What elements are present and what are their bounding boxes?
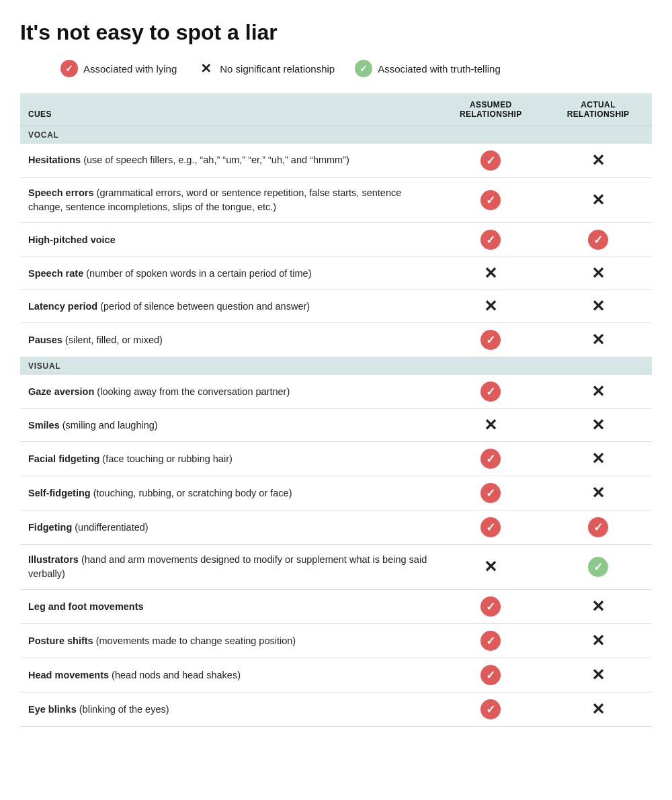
cue-cell-pauses: Pauses (silent, filled, or mixed) <box>20 323 437 357</box>
cue-cell-illustrators: Illustrators (hand and arm movements des… <box>20 545 437 590</box>
assumed-cell-posture-shifts: ✓ <box>437 624 544 658</box>
x-black-symbol: ✕ <box>484 264 497 283</box>
check-green-symbol: ✓ <box>588 557 608 577</box>
check-red-symbol: ✓ <box>480 230 501 250</box>
cue-cell-posture-shifts: Posture shifts (movements made to change… <box>20 624 437 658</box>
legend-label-truth: Associated with truth-telling <box>378 63 501 75</box>
legend: ✓ Associated with lying ✕ No significant… <box>20 60 652 77</box>
x-black-symbol: ✕ <box>484 416 497 435</box>
check-red-symbol: ✓ <box>588 230 608 250</box>
cue-cell-hesitations: Hesitations (use of speech fillers, e.g.… <box>20 144 437 178</box>
table-row: Leg and foot movements✓✕ <box>20 590 652 624</box>
table-row: Fidgeting (undifferentiated)✓✓ <box>20 510 652 545</box>
assumed-cell-facial-fidgeting: ✓ <box>437 442 544 476</box>
main-table: CUES ASSUMED RELATIONSHIP ACTUAL RELATIO… <box>20 93 652 727</box>
check-green-icon: ✓ <box>355 60 372 77</box>
cue-cell-eye-blinks: Eye blinks (blinking of the eyes) <box>20 693 437 727</box>
table-row: Facial fidgeting (face touching or rubbi… <box>20 442 652 476</box>
table-row: Eye blinks (blinking of the eyes)✓✕ <box>20 693 652 727</box>
actual-cell-pauses: ✕ <box>544 323 652 357</box>
check-red-symbol: ✓ <box>480 190 501 210</box>
x-black-symbol: ✕ <box>591 264 605 283</box>
table-row: Head movements (head nods and head shake… <box>20 658 652 693</box>
table-row: Posture shifts (movements made to change… <box>20 624 652 658</box>
check-red-symbol: ✓ <box>480 150 501 171</box>
check-red-symbol: ✓ <box>480 382 501 402</box>
cue-cell-self-fidgeting: Self-fidgeting (touching, rubbing, or sc… <box>20 476 437 510</box>
table-row: Speech errors (grammatical errors, word … <box>20 178 652 223</box>
table-row: Self-fidgeting (touching, rubbing, or sc… <box>20 476 652 510</box>
check-red-symbol: ✓ <box>480 517 501 537</box>
section-header-visual: VISUAL <box>20 357 652 375</box>
assumed-cell-self-fidgeting: ✓ <box>437 476 544 510</box>
check-red-symbol: ✓ <box>480 699 501 719</box>
cue-cell-speech-rate: Speech rate (number of spoken words in a… <box>20 257 437 290</box>
check-red-symbol: ✓ <box>480 449 501 469</box>
section-label-vocal: VOCAL <box>20 126 652 144</box>
assumed-cell-illustrators: ✕ <box>437 545 544 590</box>
actual-cell-hesitations: ✕ <box>544 144 652 178</box>
actual-cell-head-movements: ✕ <box>544 658 652 693</box>
legend-item-lying: ✓ Associated with lying <box>60 60 177 77</box>
x-black-symbol: ✕ <box>591 330 605 349</box>
cue-cell-head-movements: Head movements (head nods and head shake… <box>20 658 437 693</box>
actual-cell-self-fidgeting: ✕ <box>544 476 652 510</box>
assumed-cell-hesitations: ✓ <box>437 144 544 178</box>
actual-cell-fidgeting: ✓ <box>544 510 652 545</box>
x-black-symbol: ✕ <box>484 297 497 316</box>
col-header-cues: CUES <box>20 93 437 126</box>
table-header-row: CUES ASSUMED RELATIONSHIP ACTUAL RELATIO… <box>20 93 652 126</box>
actual-cell-latency-period: ✕ <box>544 290 652 323</box>
section-label-visual: VISUAL <box>20 357 652 375</box>
cue-cell-smiles: Smiles (smiling and laughing) <box>20 409 437 442</box>
x-black-symbol: ✕ <box>591 484 605 502</box>
actual-cell-posture-shifts: ✕ <box>544 624 652 658</box>
assumed-cell-smiles: ✕ <box>437 409 544 442</box>
legend-label-lying: Associated with lying <box>83 63 177 75</box>
table-row: Hesitations (use of speech fillers, e.g.… <box>20 144 652 178</box>
check-red-icon: ✓ <box>60 60 78 77</box>
assumed-cell-leg-foot: ✓ <box>437 590 544 624</box>
x-black-symbol: ✕ <box>591 666 605 684</box>
actual-cell-illustrators: ✓ <box>544 545 652 590</box>
legend-item-truth: ✓ Associated with truth-telling <box>355 60 501 77</box>
actual-cell-speech-rate: ✕ <box>544 257 652 290</box>
table-row: High-pitched voice✓✓ <box>20 223 652 257</box>
check-red-symbol: ✓ <box>480 665 501 685</box>
x-black-symbol: ✕ <box>591 597 605 616</box>
assumed-cell-pauses: ✓ <box>437 323 544 357</box>
x-black-symbol: ✕ <box>591 297 605 316</box>
assumed-cell-gaze-aversion: ✓ <box>437 375 544 409</box>
assumed-cell-eye-blinks: ✓ <box>437 693 544 727</box>
x-black-symbol: ✕ <box>591 191 605 210</box>
assumed-cell-high-pitched-voice: ✓ <box>437 223 544 257</box>
table-row: Speech rate (number of spoken words in a… <box>20 257 652 290</box>
cue-cell-fidgeting: Fidgeting (undifferentiated) <box>20 510 437 545</box>
check-red-symbol: ✓ <box>588 517 608 537</box>
page-title: It's not easy to spot a liar <box>20 20 652 45</box>
table-row: Latency period (period of silence betwee… <box>20 290 652 323</box>
actual-cell-smiles: ✕ <box>544 409 652 442</box>
table-row: Gaze aversion (looking away from the con… <box>20 375 652 409</box>
x-black-symbol: ✕ <box>591 151 605 170</box>
actual-cell-leg-foot: ✕ <box>544 590 652 624</box>
cue-cell-gaze-aversion: Gaze aversion (looking away from the con… <box>20 375 437 409</box>
check-red-symbol: ✓ <box>480 631 501 651</box>
actual-cell-eye-blinks: ✕ <box>544 693 652 727</box>
check-red-symbol: ✓ <box>480 483 501 503</box>
actual-cell-gaze-aversion: ✕ <box>544 375 652 409</box>
x-black-symbol: ✕ <box>591 700 605 719</box>
legend-label-no-significant: No significant relationship <box>220 63 335 75</box>
x-black-symbol: ✕ <box>591 631 605 650</box>
x-black-symbol: ✕ <box>484 558 497 576</box>
assumed-cell-fidgeting: ✓ <box>437 510 544 545</box>
section-header-vocal: VOCAL <box>20 126 652 144</box>
assumed-cell-latency-period: ✕ <box>437 290 544 323</box>
cue-cell-high-pitched-voice: High-pitched voice <box>20 223 437 257</box>
x-black-symbol: ✕ <box>591 449 605 468</box>
x-black-symbol: ✕ <box>591 382 605 401</box>
table-row: Pauses (silent, filled, or mixed)✓✕ <box>20 323 652 357</box>
cue-cell-latency-period: Latency period (period of silence betwee… <box>20 290 437 323</box>
assumed-cell-speech-rate: ✕ <box>437 257 544 290</box>
x-black-symbol: ✕ <box>591 416 605 435</box>
